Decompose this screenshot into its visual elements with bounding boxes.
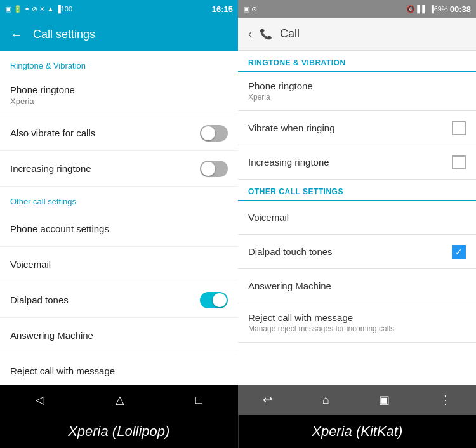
- sim-icon-right: ▣: [243, 5, 249, 13]
- left-brand-label: Xperia (Lollipop): [68, 423, 169, 440]
- bluetooth-icon: ✦: [24, 5, 30, 13]
- list-item[interactable]: Also vibrate for calls: [0, 115, 238, 151]
- right-header: ‹ 📞 Call: [238, 18, 476, 51]
- browser-icon: ⊙: [251, 5, 257, 13]
- left-page-title: Call settings: [33, 28, 95, 41]
- back-button-right[interactable]: ‹: [248, 27, 252, 41]
- left-nav-bar: ◁ △ □: [0, 385, 238, 415]
- phone-account-label: Phone account settings: [10, 223, 109, 234]
- list-item[interactable]: Phone ringtone Xperia: [0, 76, 238, 115]
- phone-ringtone-label-left: Phone ringtone: [10, 84, 75, 95]
- list-item[interactable]: Voicemail: [238, 201, 476, 235]
- dialpad-tones-label-left: Dialpad tones: [10, 294, 69, 305]
- list-item[interactable]: Reject call with message: [0, 353, 238, 385]
- right-page-title: Call: [280, 27, 300, 41]
- back-nav-right[interactable]: ↩: [263, 393, 272, 407]
- list-item[interactable]: Reject call with message Manage reject m…: [238, 303, 476, 343]
- vibrate-ringing-checkbox[interactable]: [452, 121, 466, 135]
- answering-machine-label-left: Answering Machine: [10, 330, 93, 341]
- list-item[interactable]: Dialpad touch tones ✓: [238, 235, 476, 269]
- bottom-bar: Xperia (Lollipop) Xperia (KitKat): [0, 415, 476, 448]
- right-time: 00:38: [450, 4, 471, 14]
- home-nav-right[interactable]: ⌂: [322, 393, 329, 407]
- back-nav-left[interactable]: ◁: [36, 393, 44, 407]
- section-other-call-settings-left: Other call settings: [0, 187, 238, 211]
- phone-header-icon: 📞: [260, 28, 272, 40]
- answering-machine-label-right: Answering Machine: [248, 280, 331, 291]
- left-screen: ▣ 🔋 ✦ ⊘ ✕ ▲ ▐100 16:15 ← Call settings R…: [0, 0, 238, 415]
- voicemail-label-left: Voicemail: [10, 259, 51, 270]
- battery-full-icon: ▐100: [56, 5, 72, 13]
- toggle-thumb: [201, 126, 215, 140]
- list-item[interactable]: Answering Machine: [0, 318, 238, 353]
- right-status-icons: ▣ ⊙: [243, 5, 257, 13]
- right-bottom-label: Xperia (KitKat): [239, 415, 477, 448]
- also-vibrate-toggle[interactable]: [200, 125, 228, 142]
- list-item[interactable]: Voicemail: [0, 247, 238, 282]
- list-item[interactable]: Phone account settings: [0, 211, 238, 247]
- voicemail-label-right: Voicemail: [248, 212, 289, 223]
- left-status-bar: ▣ 🔋 ✦ ⊘ ✕ ▲ ▐100 16:15: [0, 0, 238, 18]
- right-status-icons-right: 🔇 ▌▌ ▐69% 00:38: [406, 4, 471, 14]
- dialpad-tones-label-right: Dialpad touch tones: [248, 246, 333, 257]
- phone-ringtone-sublabel-left: Xperia: [10, 96, 75, 106]
- increasing-ringtone-checkbox[interactable]: [452, 155, 466, 169]
- also-vibrate-label-left: Also vibrate for calls: [10, 128, 95, 138]
- right-status-bar: ▣ ⊙ 🔇 ▌▌ ▐69% 00:38: [238, 0, 476, 18]
- right-brand-label: Xperia (KitKat): [312, 423, 402, 440]
- battery-icon: 🔋: [13, 5, 22, 13]
- section-ringtone-vibration-right: RINGTONE & VIBRATION: [238, 51, 476, 72]
- sim-icon: ▣: [5, 5, 11, 13]
- list-item[interactable]: Increasing ringtone: [238, 145, 476, 180]
- recent-nav-left[interactable]: □: [195, 393, 202, 407]
- increasing-ringtone-toggle[interactable]: [200, 161, 228, 177]
- toggle-thumb: [213, 293, 227, 307]
- section-other-call-settings-right: OTHER CALL SETTINGS: [238, 180, 476, 201]
- left-header: ← Call settings: [0, 18, 238, 51]
- right-nav-bar: ↩ ⌂ ▣ ⋮: [238, 385, 476, 415]
- volume-off-icon: 🔇: [406, 5, 415, 13]
- list-item[interactable]: Vibrate when ringing: [238, 111, 476, 145]
- list-item[interactable]: Answering Machine: [238, 269, 476, 303]
- toggle-thumb: [201, 162, 215, 176]
- section-ringtone-vibration-left: Ringtone & Vibration: [0, 51, 238, 76]
- phone-ringtone-sublabel-right: Xperia: [248, 93, 313, 102]
- list-item[interactable]: Increasing ringtone: [0, 151, 238, 187]
- reject-call-label-left: Reject call with message: [10, 366, 115, 376]
- signal-icon: ▲: [47, 5, 54, 13]
- more-nav-right[interactable]: ⋮: [440, 393, 451, 407]
- reject-call-label-right: Reject call with message: [248, 312, 394, 323]
- list-item[interactable]: Dialpad tones: [0, 282, 238, 318]
- vibrate-ringing-label: Vibrate when ringing: [248, 122, 334, 133]
- recent-nav-right[interactable]: ▣: [379, 393, 390, 407]
- left-time: 16:15: [212, 4, 233, 14]
- battery-icon-right: ▐69%: [429, 5, 448, 13]
- signal-off-icon: ✕: [39, 5, 45, 13]
- dialpad-tones-checkbox[interactable]: ✓: [452, 245, 466, 259]
- list-item[interactable]: Phone ringtone Xperia: [238, 72, 476, 111]
- reject-call-sublabel-right: Manage reject messages for incoming call…: [248, 324, 394, 333]
- right-settings-list: RINGTONE & VIBRATION Phone ringtone Xper…: [238, 51, 476, 385]
- no-sim-icon: ⊘: [32, 5, 37, 13]
- signal-bars-icon: ▌▌: [417, 5, 427, 13]
- dialpad-tones-toggle[interactable]: [200, 292, 228, 308]
- left-status-icons: ▣ 🔋 ✦ ⊘ ✕ ▲ ▐100: [5, 5, 72, 13]
- increasing-ringtone-label-left: Increasing ringtone: [10, 163, 91, 174]
- increasing-ringtone-label-right: Increasing ringtone: [248, 157, 329, 168]
- left-bottom-label: Xperia (Lollipop): [0, 415, 238, 448]
- back-button-left[interactable]: ←: [10, 27, 23, 42]
- phone-ringtone-label-right: Phone ringtone: [248, 81, 313, 91]
- home-nav-left[interactable]: △: [116, 393, 124, 407]
- left-settings-list: Ringtone & Vibration Phone ringtone Xper…: [0, 51, 238, 385]
- right-screen: ▣ ⊙ 🔇 ▌▌ ▐69% 00:38 ‹ 📞 Call RINGTONE & …: [238, 0, 476, 415]
